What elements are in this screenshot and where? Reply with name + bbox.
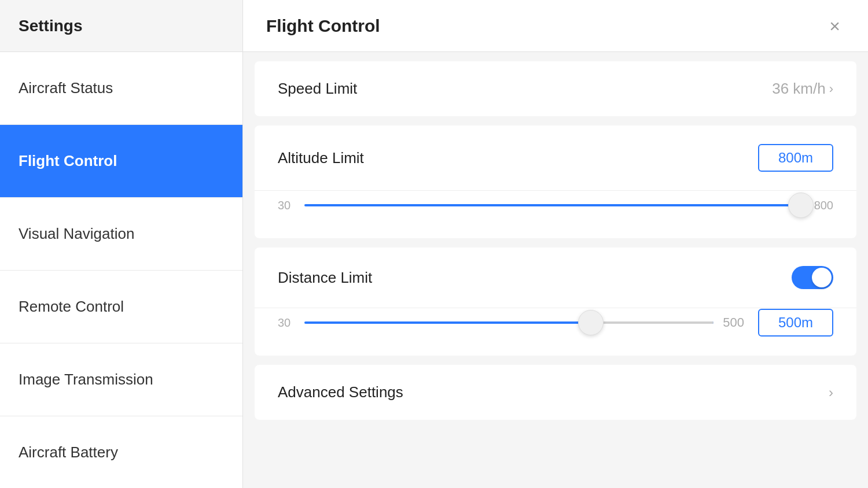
toggle-thumb (812, 268, 832, 287)
advanced-settings-chevron-icon: › (829, 385, 833, 401)
distance-slider-max-label: 500 (723, 315, 744, 330)
altitude-slider-track (304, 204, 801, 206)
main-header: Flight Control × (243, 0, 868, 52)
distance-limit-input[interactable] (758, 309, 833, 337)
main-content: Speed Limit 36 km/h › Altitude Limit 30 (243, 52, 868, 488)
distance-slider-row: 30 500 (255, 308, 856, 356)
altitude-limit-input[interactable] (758, 144, 833, 172)
distance-track-unfilled (599, 321, 713, 324)
altitude-slider-container[interactable] (304, 191, 801, 220)
settings-title: Settings (19, 17, 82, 35)
sidebar-item-remote-control[interactable]: Remote Control (0, 271, 242, 343)
altitude-limit-label: Altitude Limit (278, 149, 364, 167)
speed-limit-card: Speed Limit 36 km/h › (255, 61, 856, 116)
distance-slider-container[interactable] (304, 308, 713, 337)
sidebar-item-visual-navigation[interactable]: Visual Navigation (0, 198, 242, 271)
distance-slider-track (304, 321, 713, 324)
settings-header: Settings (0, 0, 242, 52)
distance-limit-row: Distance Limit (255, 247, 856, 308)
advanced-settings-label: Advanced Settings (278, 383, 403, 401)
altitude-slider-min: 30 (278, 199, 295, 212)
altitude-limit-row: Altitude Limit (255, 125, 856, 191)
speed-limit-value-group: 36 km/h › (772, 80, 833, 98)
main-panel: Flight Control × Speed Limit 36 km/h › A… (243, 0, 868, 488)
altitude-slider-thumb[interactable] (788, 193, 814, 218)
speed-limit-row[interactable]: Speed Limit 36 km/h › (255, 61, 856, 116)
speed-limit-value: 36 km/h (772, 80, 826, 98)
sidebar-item-image-transmission[interactable]: Image Transmission (0, 343, 242, 416)
distance-limit-toggle[interactable] (792, 266, 833, 289)
settings-menu: Aircraft Status Flight Control Visual Na… (0, 52, 242, 488)
speed-limit-chevron-icon: › (829, 82, 833, 97)
distance-slider-thumb[interactable] (578, 310, 604, 335)
advanced-settings-row[interactable]: Advanced Settings › (255, 365, 856, 420)
advanced-settings-card[interactable]: Advanced Settings › (255, 365, 856, 420)
close-button[interactable]: × (825, 14, 845, 38)
altitude-slider-row: 30 800 (255, 191, 856, 238)
sidebar-item-flight-control[interactable]: Flight Control (0, 125, 242, 198)
sidebar-item-aircraft-status[interactable]: Aircraft Status (0, 52, 242, 125)
speed-limit-label: Speed Limit (278, 80, 357, 98)
page-title: Flight Control (266, 16, 380, 36)
sidebar-item-aircraft-battery[interactable]: Aircraft Battery (0, 416, 242, 488)
altitude-limit-card: Altitude Limit 30 800 (255, 125, 856, 238)
settings-panel: Settings Aircraft Status Flight Control … (0, 0, 243, 488)
distance-limit-card: Distance Limit 30 500 (255, 247, 856, 356)
distance-limit-label: Distance Limit (278, 269, 372, 287)
altitude-slider-max: 800 (810, 199, 833, 212)
distance-slider-min: 30 (278, 316, 295, 330)
